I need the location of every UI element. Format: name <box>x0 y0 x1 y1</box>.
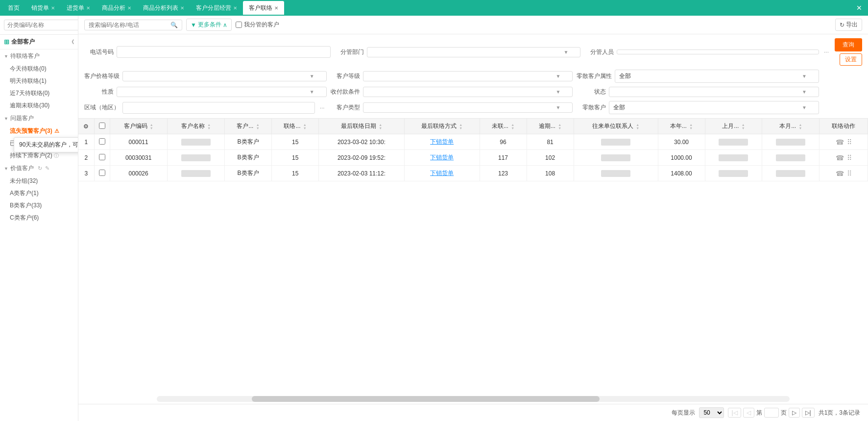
row2-phone-icon[interactable]: ☎ <box>836 154 844 162</box>
sidebar-item-class-c[interactable]: C类客户(6) <box>0 212 78 224</box>
select-all-checkbox[interactable] <box>99 123 105 129</box>
sidebar-group-problem[interactable]: ▼ 问题客户 <box>0 112 78 125</box>
row1-phone-icon[interactable]: ☎ <box>836 138 844 146</box>
th-code[interactable]: 客户编码 ▲▼ <box>110 119 167 134</box>
sidebar-group-value[interactable]: ▼ 价值客户 ↻ ✎ <box>0 162 78 175</box>
row1-method-link[interactable]: 下销货单 <box>430 138 454 145</box>
next-page-button[interactable]: ▷ <box>789 408 800 418</box>
filter-region-dots[interactable]: ··· <box>318 104 327 111</box>
sidebar-item-overdue[interactable]: 逾期未联络(30) <box>0 99 78 112</box>
grid-icon: ⊞ <box>4 38 9 46</box>
th-contact-label: 联络... <box>284 123 300 129</box>
settings-button[interactable]: 设置 <box>840 53 862 66</box>
filter-customer-level-arrow: ▼ <box>555 74 560 79</box>
filter-person-select[interactable] <box>617 50 819 54</box>
tab-customer-layer-close[interactable]: ✕ <box>233 5 237 11</box>
row3-phone-icon[interactable]: ☎ <box>836 170 844 177</box>
export-button[interactable]: ↻ 导出 <box>835 19 862 31</box>
scroll-thumb[interactable] <box>252 396 600 402</box>
th-uncontacted[interactable]: 未联... ▲▼ <box>480 119 527 134</box>
filter-dept-select[interactable]: ▼ <box>367 47 581 57</box>
tab-customer-contact[interactable]: 客户联络 ✕ <box>243 1 284 15</box>
more-conditions-button[interactable]: ▼ 更多条件 ∧ <box>186 19 232 31</box>
row3-date: 2023-02-03 11:12: <box>319 166 405 181</box>
value-edit-icon[interactable]: ✎ <box>45 165 49 172</box>
row3-method-link[interactable]: 下销货单 <box>430 170 454 176</box>
th-this-month[interactable]: 本月... ▲▼ <box>762 119 820 134</box>
th-name[interactable]: 客户名称 ▲▼ <box>167 119 224 134</box>
row1-checkbox[interactable] <box>99 138 105 145</box>
page-number-input[interactable]: 1 <box>764 408 779 418</box>
tab-sales-close[interactable]: ✕ <box>51 5 55 11</box>
th-contact[interactable]: 联络... ▲▼ <box>272 119 319 134</box>
sidebar-item-class-b[interactable]: B类客户(33) <box>0 199 78 212</box>
search-input[interactable] <box>89 22 169 28</box>
row2-more-icon[interactable]: ⠿ <box>847 154 852 162</box>
row3-checkbox[interactable] <box>99 170 105 176</box>
sidebar-search-input[interactable] <box>4 20 78 30</box>
my-customers-checkbox[interactable] <box>236 22 242 28</box>
prev-page-button[interactable]: ◁ <box>743 408 754 418</box>
th-settings[interactable]: ⚙ <box>78 119 94 134</box>
row2-method[interactable]: 下销货单 <box>404 150 480 166</box>
th-this-year[interactable]: 本年... ▲▼ <box>658 119 705 134</box>
filter-nature-select[interactable]: ▼ <box>117 87 327 97</box>
th-last-contact-method[interactable]: 最后联络方式 ▲▼ <box>404 119 480 134</box>
sidebar-item-tomorrow[interactable]: 明天待联络(1) <box>0 75 78 87</box>
tab-purchase[interactable]: 进货单 ✕ <box>61 1 96 15</box>
th-overdue[interactable]: 逾期... ▲▼ <box>527 119 574 134</box>
filter-sparse-attr-select[interactable]: 全部 ▼ <box>615 70 819 83</box>
filter-customer-type-select[interactable]: ▼ <box>363 102 573 113</box>
tab-goods-analysis[interactable]: 商品分析 ✕ <box>96 1 137 15</box>
query-button[interactable]: 查询 <box>835 38 862 51</box>
tab-home[interactable]: 首页 <box>2 1 25 15</box>
row1-method[interactable]: 下销货单 <box>404 134 480 150</box>
row1-more-icon[interactable]: ⠿ <box>847 138 852 146</box>
row2-method-link[interactable]: 下销货单 <box>430 154 454 161</box>
sidebar-item-today[interactable]: 今天待联络(0) <box>0 63 78 75</box>
row2-type: B类客户 <box>225 150 272 166</box>
window-close-button[interactable]: ✕ <box>852 4 866 12</box>
sidebar-item-class-a[interactable]: A类客户(1) <box>0 187 78 199</box>
filter-customer-level-select[interactable]: ▼ <box>363 71 573 81</box>
sidebar-all-customers[interactable]: ⊞ 全部客户 《 <box>0 35 78 50</box>
th-contact-person[interactable]: 往来单位联系人 ▲▼ <box>574 119 658 134</box>
filter-phone-input[interactable] <box>117 46 331 58</box>
th-action: 联络动作 <box>820 119 868 134</box>
value-refresh-icon[interactable]: ↻ <box>38 165 42 172</box>
filter-sparse-select[interactable]: 全部 ▼ <box>609 101 819 114</box>
per-page-select[interactable]: 50 100 200 <box>699 407 724 418</box>
horizontal-scrollbar[interactable] <box>157 396 790 402</box>
table-wrap: ⚙ 客户编码 ▲▼ 客户名称 ▲▼ 客户... ▲▼ <box>78 119 868 394</box>
tab-purchase-close[interactable]: ✕ <box>86 5 90 11</box>
row3-more-icon[interactable]: ⠿ <box>847 170 852 177</box>
sidebar-item-ungrouped[interactable]: 未分组(32) <box>0 175 78 187</box>
filter-region-input[interactable] <box>122 102 315 114</box>
tab-sales[interactable]: 销货单 ✕ <box>25 1 61 15</box>
sidebar-group-pending[interactable]: ▼ 待联络客户 <box>0 50 78 63</box>
my-customers-check[interactable]: 我分管的客户 <box>236 21 279 29</box>
th-last-contact-date[interactable]: 最后联络日期 ▲▼ <box>319 119 405 134</box>
tab-goods-analysis-close[interactable]: ✕ <box>127 5 131 11</box>
row1-action-icons: ☎ ⠿ <box>823 138 864 146</box>
row1-check[interactable] <box>94 134 110 150</box>
first-page-button[interactable]: |◁ <box>728 408 741 418</box>
filter-person-dots[interactable]: ··· <box>822 49 831 55</box>
filter-status-select[interactable]: ▼ <box>609 87 819 97</box>
tab-customer-layer[interactable]: 客户分层经营 ✕ <box>190 1 243 15</box>
tab-customer-contact-close[interactable]: ✕ <box>274 5 278 11</box>
row2-checkbox[interactable] <box>99 154 105 160</box>
row3-method[interactable]: 下销货单 <box>404 166 480 181</box>
last-page-button[interactable]: ▷| <box>802 408 815 418</box>
sidebar-item-week[interactable]: 近7天待联络(0) <box>0 87 78 99</box>
th-last-month[interactable]: 上月... ▲▼ <box>705 119 762 134</box>
filter-price-level-select[interactable]: ▼ <box>122 71 327 81</box>
row2-check[interactable] <box>94 150 110 166</box>
th-type[interactable]: 客户... ▲▼ <box>225 119 272 134</box>
row3-check[interactable] <box>94 166 110 181</box>
tab-goods-list[interactable]: 商品分析列表 ✕ <box>137 1 190 15</box>
tab-goods-list-close[interactable]: ✕ <box>180 5 184 11</box>
sidebar-item-lost-pre[interactable]: 流失预警客户(3) ⚠ <box>0 125 78 137</box>
th-check[interactable] <box>94 119 110 134</box>
filter-payment-select[interactable]: ▼ <box>363 87 573 97</box>
